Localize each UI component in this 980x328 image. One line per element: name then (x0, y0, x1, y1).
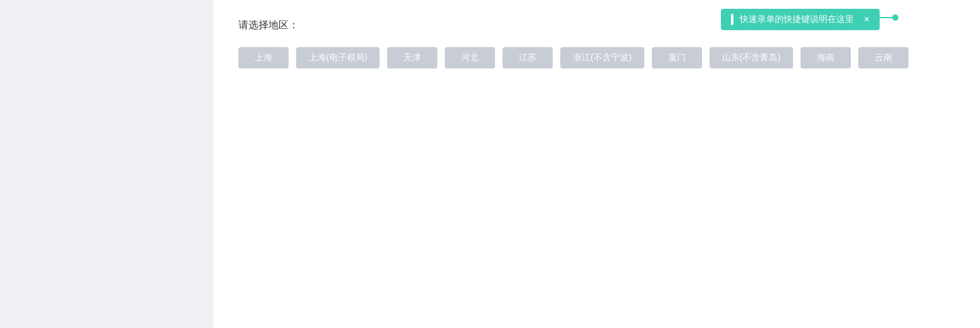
tooltip-text: 快速录单的快捷键说明在这里 (740, 14, 854, 25)
tooltip-accent-bar (731, 14, 733, 25)
region-button-zhejiang[interactable]: 浙江(不含宁波) (560, 47, 644, 68)
region-button-yunnan[interactable]: 云南 (858, 47, 908, 68)
region-button-tianjin[interactable]: 天津 (387, 47, 437, 68)
tooltip-banner: 快速录单的快捷键说明在这里 × (721, 9, 880, 30)
region-button-hainan[interactable]: 海南 (801, 47, 851, 68)
tooltip-connector-dot (892, 14, 898, 21)
tooltip-close-button[interactable]: × (864, 14, 870, 25)
region-button-shanghai-tax[interactable]: 上海(电子税局) (296, 47, 380, 68)
region-grid: 上海上海(电子税局)天津河北江苏浙江(不含宁波)厦门山东(不含青岛)海南云南 (238, 47, 955, 68)
main-content: 请选择地区： 上海上海(电子税局)天津河北江苏浙江(不含宁波)厦门山东(不含青岛… (213, 0, 980, 328)
region-button-shanghai[interactable]: 上海 (238, 47, 289, 68)
region-button-shandong[interactable]: 山东(不含青岛) (710, 47, 793, 68)
left-sidebar (0, 0, 213, 328)
region-button-hebei[interactable]: 河北 (445, 47, 495, 68)
region-button-xiamen[interactable]: 厦门 (652, 47, 702, 68)
region-button-jiangsu[interactable]: 江苏 (503, 47, 553, 68)
